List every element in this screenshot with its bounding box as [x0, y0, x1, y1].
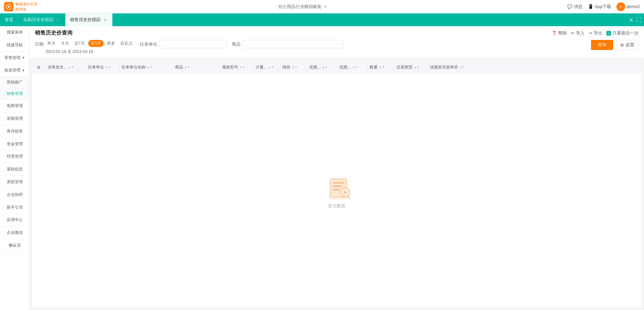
- settings-icon: ⚙: [620, 43, 624, 48]
- sidebar-item-member[interactable]: 畅会员: [0, 239, 29, 252]
- sidebar-item-search[interactable]: 搜索菜单: [0, 26, 29, 39]
- th-qty[interactable]: 数量 ▲▼: [368, 62, 394, 73]
- sidebar-item-purchase[interactable]: 采购管理: [0, 112, 29, 125]
- table-container: ⚙ 业务发生... ▲▼ 往来单位 ▲▼ 往来单位名称 ▲▼ 商品 ▲▼: [32, 61, 641, 307]
- message-button[interactable]: 💬 消息: [567, 4, 583, 10]
- sidebar-item-enterprise[interactable]: 企业协同: [0, 189, 29, 201]
- th-partner-name[interactable]: 往来单位名称 ▲▼: [119, 62, 173, 73]
- sidebar-item-system[interactable]: 系统管理: [0, 176, 29, 189]
- th-trade[interactable]: 交易类型 ▲▼: [394, 62, 428, 73]
- page-title-row: 销售历史价查询 ❓ 帮助 ↩ 导入 ↪ 导出 ✓: [35, 30, 639, 37]
- date-tab-7days[interactable]: 近7天: [72, 40, 87, 47]
- sidebar-item-finance[interactable]: 资金管理: [0, 138, 29, 151]
- partner-label: 往来单位: [140, 40, 157, 47]
- page-title: 销售历史价查询: [35, 30, 72, 37]
- date-label: 日期: [35, 40, 44, 47]
- product-input[interactable]: ... ···: [243, 40, 343, 48]
- sort-price-icon: ▲▼: [291, 66, 298, 68]
- table-settings-icon[interactable]: ⚙: [37, 65, 41, 70]
- sidebar-item-wechat[interactable]: 企业微信: [0, 226, 29, 239]
- company-dropdown-icon[interactable]: ▼: [324, 5, 327, 8]
- sort-trade-icon: ▲▼: [414, 66, 420, 68]
- th-partner[interactable]: 往来单位 ▲▼: [86, 62, 119, 73]
- tab-purchase[interactable]: 采购历史价跟踪 ✕: [18, 13, 65, 26]
- phone-icon: 📱: [588, 4, 593, 9]
- svg-rect-4: [333, 186, 341, 187]
- date-tab-more[interactable]: 更多: [105, 40, 117, 47]
- page-actions: ❓ 帮助 ↩ 导入 ↪ 导出 ✓ 只看最后一次: [551, 30, 639, 36]
- th-price[interactable]: 报价 ▲▼: [280, 62, 307, 73]
- content-area: 销售历史价查询 ❓ 帮助 ↩ 导入 ↪ 导出 ✓: [30, 26, 644, 310]
- th-pretax[interactable]: 优惠前无税单价 ▲▼: [428, 62, 641, 73]
- sidebar-item-marketing[interactable]: 营销推广: [0, 77, 29, 88]
- help-button[interactable]: ❓ 帮助: [551, 30, 567, 36]
- partner-filter-group: 往来单位 ... ···: [140, 40, 226, 48]
- th-settings[interactable]: ⚙: [32, 62, 46, 72]
- export-icon: ↪: [589, 31, 592, 36]
- app-download-button[interactable]: 📱 App下载: [588, 4, 611, 10]
- sidebar-item-inventory[interactable]: 库存核算: [0, 125, 29, 138]
- date-filter-group: 日期 昨天 今天 近7天 近1月 更多 自定义 2023-02-18 至 202…: [35, 40, 135, 55]
- sidebar-item-newbie[interactable]: 新手引导: [0, 201, 29, 214]
- sort-qty-icon: ▲▼: [379, 66, 385, 68]
- import-button[interactable]: ↩ 导入: [571, 30, 585, 36]
- product-filter-group: 商品 ... ···: [232, 40, 343, 48]
- action-buttons: 查询 ⚙ 设置: [591, 40, 639, 50]
- sidebar-item-retail[interactable]: 零售管理 ▼: [0, 52, 29, 64]
- settings-button[interactable]: ⚙ 设置: [616, 40, 639, 50]
- th-disc1[interactable]: 优惠... ▲▼: [307, 62, 337, 73]
- date-tabs: 昨天 今天 近7天 近1月 更多 自定义: [46, 40, 135, 47]
- th-unit[interactable]: 计量... ▲▼: [254, 62, 280, 73]
- empty-icon: [323, 172, 350, 199]
- date-tab-1month[interactable]: 近1月: [88, 40, 104, 47]
- product-label: 商品: [232, 40, 240, 47]
- date-filter: 昨天 今天 近7天 近1月 更多 自定义 2023-02-18 至 2023-0…: [46, 40, 135, 55]
- logo-area: 畅捷通好生意 标准版: [4, 2, 38, 11]
- date-tab-custom[interactable]: 自定义: [118, 40, 135, 47]
- sort-date-icon: ▲▼: [68, 66, 74, 68]
- message-icon: 💬: [567, 4, 573, 9]
- logo-icon: [4, 2, 13, 11]
- sort-unit-icon: ▲▼: [268, 66, 274, 68]
- tab-bar-actions: ✕ ⛶: [629, 17, 644, 23]
- sidebar-item-ecommerce[interactable]: 电商管理: [0, 100, 29, 112]
- sort-pretax-icon: ▲▼: [459, 66, 465, 68]
- tab-purchase-close[interactable]: ✕: [56, 17, 60, 22]
- sort-product-icon: ▲▼: [184, 66, 190, 68]
- svg-rect-3: [333, 182, 344, 184]
- query-button[interactable]: 查询: [591, 40, 613, 50]
- th-disc2[interactable]: 优惠... ▲▼: [337, 62, 368, 73]
- filter-row: 日期 昨天 今天 近7天 近1月 更多 自定义 2023-02-18 至 202…: [35, 40, 639, 58]
- sort-partner-icon: ▲▼: [105, 66, 111, 68]
- sidebar-item-shortcut[interactable]: 快捷导航: [0, 39, 29, 52]
- tab-maximize-button[interactable]: ⛶: [636, 17, 641, 23]
- date-tab-today[interactable]: 今天: [59, 40, 71, 47]
- sort-disc1-icon: ▲▼: [322, 66, 328, 68]
- user-menu[interactable]: D demo2: [616, 2, 640, 11]
- main-layout: 搜索菜单 快捷导航 零售管理 ▼ 批发管理 ▲ 营销推广 销售管理 电商管理 采…: [0, 26, 644, 310]
- th-product[interactable]: 商品 ▲▼: [173, 62, 220, 73]
- tab-sales[interactable]: 销售历史价跟踪 ✕: [65, 13, 112, 26]
- sidebar-item-sales-mgmt[interactable]: 销售管理: [0, 88, 29, 100]
- tab-sales-close[interactable]: ✕: [103, 17, 107, 22]
- help-icon: ❓: [551, 31, 557, 36]
- sidebar-item-wholesale[interactable]: 批发管理 ▲: [0, 64, 29, 77]
- sidebar: 搜索菜单 快捷导航 零售管理 ▼ 批发管理 ▲ 营销推广 销售管理 电商管理 采…: [0, 26, 30, 310]
- date-range: 2023-02-18 至 2023-03-18: [46, 49, 135, 55]
- tab-home[interactable]: 首页: [0, 13, 18, 26]
- export-button[interactable]: ↪ 导出: [589, 30, 602, 36]
- only-last-checkbox[interactable]: ✓ 只看最后一次: [606, 30, 639, 36]
- sidebar-item-app-center[interactable]: 应用中心: [0, 214, 29, 226]
- sidebar-item-operations[interactable]: 经营管理: [0, 150, 29, 163]
- tab-close-all-button[interactable]: ✕: [629, 17, 633, 23]
- svg-rect-5: [333, 189, 339, 190]
- sidebar-item-basic[interactable]: 基础信息: [0, 163, 29, 176]
- date-tab-yesterday[interactable]: 昨天: [46, 40, 58, 47]
- sort-spec-icon: ▲▼: [239, 66, 245, 68]
- partner-input[interactable]: ... ···: [159, 40, 226, 48]
- import-icon: ↩: [571, 31, 575, 36]
- th-spec[interactable]: 规格型号 ▲▼: [220, 62, 254, 73]
- table-header: ⚙ 业务发生... ▲▼ 往来单位 ▲▼ 往来单位名称 ▲▼ 商品 ▲▼: [32, 61, 641, 74]
- th-date[interactable]: 业务发生... ▲▼: [46, 62, 86, 73]
- top-bar-center[interactable]: 办公用品行业模拟账套 ▼: [278, 4, 327, 10]
